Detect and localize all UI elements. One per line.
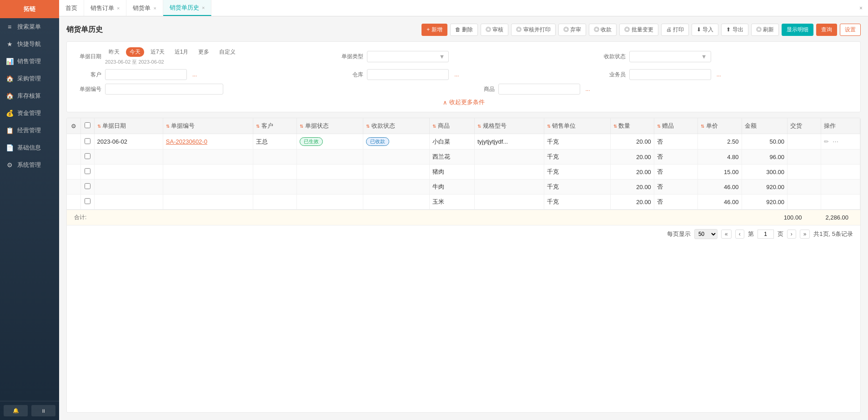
goods-picker[interactable]: ...: [584, 86, 592, 92]
sidebar-item-finance[interactable]: 💰 资金管理: [0, 105, 59, 122]
checkbox-cell[interactable]: [80, 150, 94, 165]
tab-close-sales-goods[interactable]: ×: [153, 5, 156, 11]
checkbox-col-header[interactable]: [80, 118, 94, 134]
sidebar-item-inventory[interactable]: 🏠 库存核算: [0, 87, 59, 105]
collect-status-col-header[interactable]: ⇅ 收款状态: [363, 118, 430, 134]
doc-type-select[interactable]: ▼: [367, 51, 449, 62]
tab-sales-goods[interactable]: 销货单 ×: [126, 0, 163, 16]
warehouse-picker[interactable]: ...: [452, 71, 461, 78]
chip-today[interactable]: 今天: [126, 47, 144, 57]
row-checkbox[interactable]: [85, 183, 90, 189]
tab-sales-history[interactable]: 销货单历史 ×: [163, 0, 211, 16]
customer-input[interactable]: [105, 69, 187, 80]
show-detail-button[interactable]: 显示明细: [782, 24, 813, 36]
doc-no-input[interactable]: [105, 84, 223, 95]
review-button[interactable]: ◎ 审核: [481, 24, 508, 36]
query-button[interactable]: 查询: [816, 24, 837, 36]
sidebar-item-quick-nav[interactable]: ★ 快捷导航: [0, 35, 59, 53]
next-page-button[interactable]: ›: [787, 230, 796, 239]
select-all-checkbox[interactable]: [85, 122, 90, 128]
page-size-select[interactable]: 50 100 200: [694, 229, 717, 239]
gift-col-header[interactable]: ⇅ 赠品: [654, 118, 697, 134]
qty-cell: 20.00: [610, 165, 654, 180]
unit-price-col-header[interactable]: ⇅ 单价: [698, 118, 742, 134]
checkbox-cell[interactable]: [80, 165, 94, 180]
customer-picker[interactable]: ...: [191, 71, 199, 78]
sidebar-item-operation[interactable]: 📋 经营管理: [0, 122, 59, 139]
review-print-button[interactable]: ◎ 审核并打印: [511, 24, 555, 36]
export-button[interactable]: ⬆ 导出: [721, 24, 748, 36]
chip-custom[interactable]: 自定义: [216, 47, 239, 57]
customer-col-header[interactable]: ⇅ 客户: [253, 118, 296, 134]
doc-no-col-header[interactable]: ⇅ 单据编号: [163, 118, 253, 134]
sidebar-item-search-menu[interactable]: ≡ 搜索菜单: [0, 18, 59, 35]
date-filter-group: 单据日期 昨天 今天 近7天 近1月 更多 自定义 2023-06-02 至 2…: [74, 47, 329, 65]
summary-qty: 100.00: [781, 214, 805, 221]
page-title: 销货单历史: [66, 25, 103, 35]
tab-home[interactable]: 首页: [59, 0, 84, 16]
tab-close-sales-order[interactable]: ×: [117, 5, 120, 11]
gear-col-header[interactable]: ⚙: [67, 118, 80, 134]
spec-col-header[interactable]: ⇅ 规格型号: [475, 118, 544, 134]
qty-cell: 20.00: [610, 134, 654, 150]
unit-col-header[interactable]: ⇅ 销售单位: [544, 118, 610, 134]
last-page-button[interactable]: »: [800, 230, 810, 239]
checkbox-cell[interactable]: [80, 195, 94, 210]
delete-button[interactable]: 🗑 删除: [450, 24, 478, 36]
collapse-button[interactable]: ∧ 收起更多条件: [74, 98, 853, 106]
doc-no-link[interactable]: SA-20230602-0: [166, 138, 207, 145]
qty-col-header[interactable]: ⇅ 数量: [610, 118, 654, 134]
staff-input[interactable]: [629, 69, 711, 80]
warehouse-input[interactable]: [367, 69, 449, 80]
sidebar-item-basic-info[interactable]: 📄 基础信息: [0, 139, 59, 156]
abandon-button[interactable]: ◎ 弃审: [558, 24, 586, 36]
prev-page-button[interactable]: ‹: [735, 230, 744, 239]
date-col-header[interactable]: ⇅ 单据日期: [94, 118, 163, 134]
page-input[interactable]: [758, 230, 774, 239]
print-button[interactable]: 🖨 打印: [661, 24, 689, 36]
doc-no-cell[interactable]: [163, 165, 253, 180]
doc-no-cell[interactable]: [163, 195, 253, 210]
doc-status-col-header[interactable]: ⇅ 单据状态: [297, 118, 363, 134]
settings-button[interactable]: 设置: [840, 24, 861, 36]
new-button[interactable]: + 新增: [421, 24, 447, 36]
row-checkbox[interactable]: [85, 138, 90, 144]
doc-no-cell[interactable]: [163, 180, 253, 195]
checkbox-cell[interactable]: [80, 134, 94, 150]
chip-more[interactable]: 更多: [195, 47, 213, 57]
refresh-button[interactable]: ◎ 刷新: [751, 24, 779, 36]
row-checkbox[interactable]: [85, 198, 90, 204]
collect-status-select[interactable]: ▼: [629, 51, 711, 62]
import-button[interactable]: ⬇ 导入: [692, 24, 718, 36]
more-icon[interactable]: ⋯: [833, 138, 838, 145]
tab-close-sales-history[interactable]: ×: [202, 5, 205, 10]
chip-7days[interactable]: 近7天: [147, 47, 168, 57]
collect-button[interactable]: ◎ 收款: [589, 24, 617, 36]
amount-cell: 50.00: [742, 134, 787, 150]
trade-cell: [788, 150, 821, 165]
chip-yesterday[interactable]: 昨天: [105, 47, 123, 57]
row-checkbox[interactable]: [85, 153, 90, 159]
first-page-button[interactable]: «: [721, 230, 732, 239]
date-cell: [94, 180, 163, 195]
checkbox-cell[interactable]: [80, 180, 94, 195]
goods-col-header[interactable]: ⇅ 商品: [430, 118, 475, 134]
sidebar-item-system-mgmt[interactable]: ⚙ 系统管理: [0, 156, 59, 174]
doc-no-cell[interactable]: SA-20230602-0: [163, 134, 253, 150]
tab-sales-order[interactable]: 销售订单 ×: [84, 0, 126, 16]
collect-status-cell: 已收款: [363, 134, 430, 150]
edit-icon[interactable]: ✏: [824, 138, 829, 145]
sidebar-item-purchase-mgmt[interactable]: 🏠 采购管理: [0, 70, 59, 87]
batch-change-button[interactable]: ◎ 批量变更: [619, 24, 658, 36]
notification-button[interactable]: 🔔: [4, 405, 28, 416]
row-checkbox[interactable]: [85, 168, 90, 174]
goods-input[interactable]: [498, 84, 580, 95]
spec-cell: [475, 165, 544, 180]
chip-1month[interactable]: 近1月: [171, 47, 192, 57]
pause-button[interactable]: ⏸: [31, 405, 55, 416]
sidebar-item-sales-mgmt[interactable]: 📊 销售管理: [0, 53, 59, 70]
close-all-tabs[interactable]: ×: [854, 5, 868, 11]
unit-price-cell: 2.50: [698, 134, 742, 150]
staff-picker[interactable]: ...: [715, 71, 723, 78]
doc-no-cell[interactable]: [163, 150, 253, 165]
